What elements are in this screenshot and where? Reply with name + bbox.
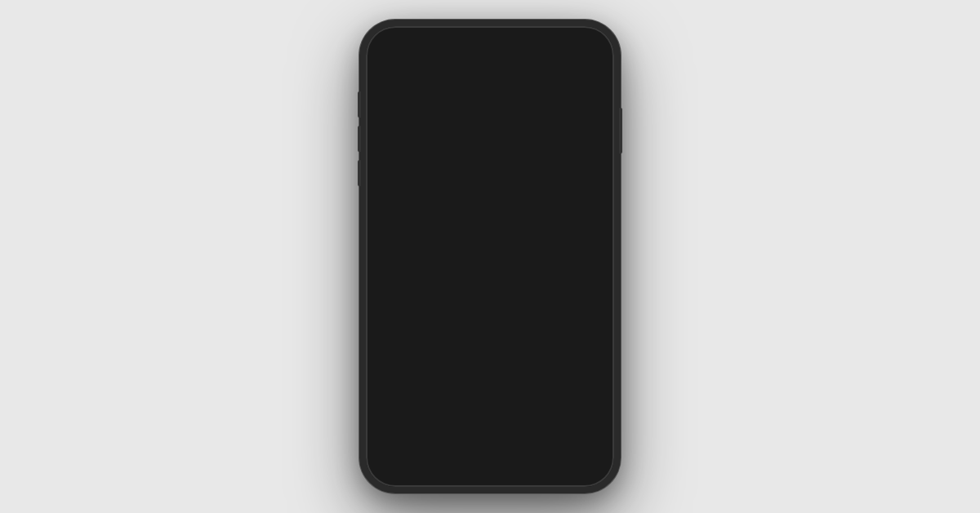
context-menu: Reply Undo Send Edit xyxy=(381,275,599,441)
reaction-bar: ♥ 👍 👎 HAHA ‼ ? xyxy=(381,132,553,168)
copy-label: Copy xyxy=(395,413,425,428)
reply-icon xyxy=(570,287,585,305)
blurred-text-1 xyxy=(392,88,457,101)
thumbsup-reaction[interactable]: 👍 xyxy=(416,141,437,160)
question-reaction[interactable]: ? xyxy=(531,141,540,160)
phone-screen: ♥ 👍 👎 HAHA ‼ ? Hi lamb chop, it's only b… xyxy=(366,26,614,487)
blurred-bubble-1 xyxy=(490,51,604,82)
reply-menu-item[interactable]: Reply xyxy=(381,275,599,317)
message-text: Hi lamb chop, it's only been an hour and… xyxy=(392,168,588,216)
message-bubble: Hi lamb chop, it's only been an hour and… xyxy=(381,158,599,226)
undo-send-menu-item[interactable]: Undo Send xyxy=(381,317,599,359)
edit-icon xyxy=(570,370,585,388)
copy-icon xyxy=(570,412,585,430)
svg-rect-1 xyxy=(576,417,584,426)
svg-line-0 xyxy=(573,373,582,382)
thumbsdown-reaction[interactable]: 👎 xyxy=(450,141,470,160)
undo-send-label: Undo Send xyxy=(395,330,461,345)
edit-menu-item[interactable]: Edit xyxy=(381,359,599,400)
edit-label: Edit xyxy=(395,372,418,386)
undo-send-icon xyxy=(570,328,585,346)
haha-reaction[interactable]: HAHA xyxy=(483,141,497,160)
copy-menu-item[interactable]: Copy xyxy=(381,400,599,441)
reaction-tail xyxy=(400,165,410,175)
heart-reaction[interactable]: ♥ xyxy=(394,141,403,160)
reply-label: Reply xyxy=(395,288,429,303)
exclamation-reaction[interactable]: ‼ xyxy=(510,141,518,160)
phone-wrapper: ♥ 👍 👎 HAHA ‼ ? Hi lamb chop, it's only b… xyxy=(359,20,621,493)
